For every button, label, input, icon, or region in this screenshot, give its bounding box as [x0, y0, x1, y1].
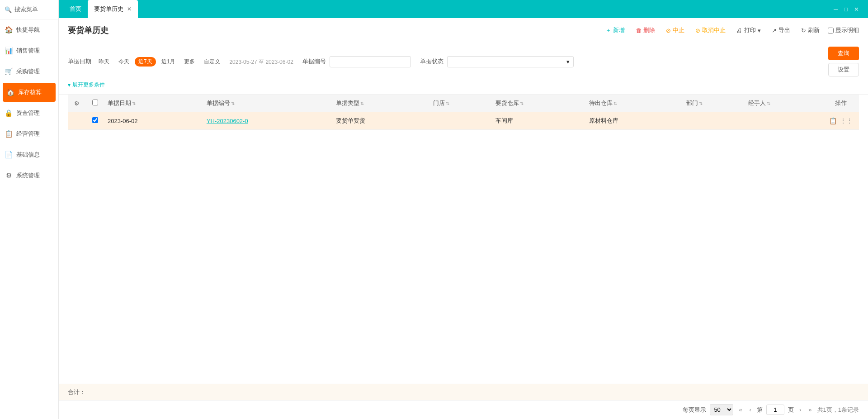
basic-info-icon: 📄	[5, 151, 13, 159]
expand-icon: ▾	[68, 82, 71, 88]
cancel-stop-icon: ⊘	[695, 27, 700, 34]
sort-department-icon[interactable]: ⇅	[699, 101, 703, 106]
main-area: 首页 要货单历史 ✕ ─ □ ✕ 要货单历史 ＋ 新增 🗑 删除	[59, 0, 868, 419]
sort-order-type-icon[interactable]: ⇅	[360, 101, 364, 106]
sort-order-no-icon[interactable]: ⇅	[231, 101, 235, 106]
cell-handler	[745, 112, 823, 130]
th-store: 门店⇅	[429, 95, 492, 112]
print-label: 打印	[744, 26, 756, 34]
sidebar-item-basic-info[interactable]: 📄 基础信息	[0, 144, 58, 165]
sidebar-item-purchase[interactable]: 🛒 采购管理	[0, 61, 58, 82]
sidebar-item-label: 系统管理	[16, 171, 40, 180]
sort-req-warehouse-icon[interactable]: ⇅	[520, 101, 524, 106]
sidebar-search[interactable]: 🔍 搜索菜单	[0, 0, 58, 19]
next-page-button[interactable]: ›	[797, 405, 803, 414]
date-pill-today[interactable]: 今天	[115, 57, 133, 67]
th-settings[interactable]: ⚙	[68, 95, 86, 112]
sort-store-icon[interactable]: ⇅	[446, 101, 449, 106]
cell-settings	[68, 112, 86, 130]
tab-requisition-history[interactable]: 要货单历史 ✕	[88, 0, 138, 18]
add-label: 新增	[613, 26, 625, 34]
export-label: 导出	[778, 26, 790, 34]
refresh-icon: ↻	[801, 27, 806, 34]
toolbar: ＋ 新增 🗑 删除 ⊘ 中止 ⊘ 取消中止 🖨 打印	[603, 24, 859, 36]
cell-checkbox[interactable]	[86, 112, 104, 130]
stop-label: 中止	[673, 26, 684, 34]
system-icon: ⚙	[5, 171, 13, 180]
th-date: 单据日期⇅	[104, 95, 203, 112]
refresh-button[interactable]: ↻ 刷新	[798, 24, 822, 36]
cell-date: 2023-06-02	[104, 112, 203, 130]
sidebar-item-inventory[interactable]: 🏠 库存核算	[3, 83, 56, 102]
delete-button[interactable]: 🗑 删除	[633, 24, 658, 36]
date-pill-more[interactable]: 更多	[180, 57, 198, 67]
sidebar-item-finance[interactable]: 🔒 资金管理	[0, 103, 58, 124]
date-pill-custom[interactable]: 自定义	[200, 57, 224, 67]
first-page-button[interactable]: «	[737, 405, 744, 414]
page-size-label: 每页显示	[683, 406, 706, 414]
date-pills: 昨天 今天 近7天 近1月 更多 自定义	[95, 57, 224, 67]
filter-row-1: 单据日期 昨天 今天 近7天 近1月 更多 自定义 2023-05-27 至 2…	[68, 47, 859, 76]
display-detail-checkbox[interactable]	[828, 28, 834, 33]
query-button[interactable]: 查询	[828, 47, 859, 60]
tab-requisition-history-label: 要货单历史	[94, 5, 123, 13]
filter-row-expand: ▾ 展开更多条件	[68, 81, 859, 89]
sort-pending-warehouse-icon[interactable]: ⇅	[613, 101, 617, 106]
order-no-filter-group: 单据编号	[302, 56, 411, 67]
topbar: 首页 要货单历史 ✕ ─ □ ✕	[59, 0, 868, 18]
cell-req-warehouse: 车间库	[492, 112, 585, 130]
print-button[interactable]: 🖨 打印 ▾	[734, 24, 764, 36]
cancel-stop-button[interactable]: ⊘ 取消中止	[693, 24, 728, 36]
row-checkbox[interactable]	[92, 117, 98, 123]
tab-home-label: 首页	[70, 5, 81, 13]
expand-more-btn[interactable]: ▾ 展开更多条件	[68, 81, 105, 89]
select-all-checkbox[interactable]	[92, 100, 98, 105]
page-number-input[interactable]	[766, 405, 784, 415]
row-more-icon[interactable]: ⋮⋮	[840, 117, 853, 124]
last-page-button[interactable]: »	[807, 405, 813, 414]
chart-icon: 📊	[5, 47, 13, 55]
export-button[interactable]: ↗ 导出	[769, 24, 793, 36]
prev-page-button[interactable]: ‹	[748, 405, 753, 414]
order-no-input[interactable]	[330, 56, 411, 67]
sort-date-icon[interactable]: ⇅	[132, 101, 136, 106]
sort-handler-icon[interactable]: ⇅	[767, 101, 770, 106]
page-size-select[interactable]: 10 20 50 100	[710, 404, 733, 415]
minimize-button[interactable]: ─	[834, 6, 838, 13]
stop-button[interactable]: ⊘ 中止	[663, 24, 687, 36]
add-button[interactable]: ＋ 新增	[603, 24, 627, 36]
display-detail-toggle[interactable]: 显示明细	[828, 26, 859, 34]
sidebar-item-quick-nav[interactable]: 🏠 快捷导航	[0, 19, 58, 40]
filter-action-btns: 查询 设置	[828, 47, 859, 76]
sidebar-item-sales[interactable]: 📊 销售管理	[0, 40, 58, 61]
export-icon: ↗	[772, 27, 777, 34]
order-no-link[interactable]: YH-20230602-0	[207, 118, 248, 124]
date-pill-last7days[interactable]: 近7天	[135, 57, 156, 67]
stop-icon: ⊘	[666, 27, 671, 34]
page-content: 要货单历史 ＋ 新增 🗑 删除 ⊘ 中止 ⊘ 取消中止	[59, 18, 868, 419]
tab-home[interactable]: 首页	[63, 0, 88, 18]
status-filter-group: 单据状态 ▾	[420, 56, 574, 67]
sidebar-item-system[interactable]: ⚙ 系统管理	[0, 165, 58, 186]
inventory-icon: 🏠	[6, 88, 14, 96]
date-filter-group: 单据日期 昨天 今天 近7天 近1月 更多 自定义 2023-05-27 至 2…	[68, 57, 293, 67]
sidebar-item-label: 经营管理	[16, 130, 40, 138]
page-header: 要货单历史 ＋ 新增 🗑 删除 ⊘ 中止 ⊘ 取消中止	[59, 18, 868, 41]
th-pending-warehouse: 待出仓库⇅	[585, 95, 683, 112]
settings-button[interactable]: 设置	[828, 63, 859, 76]
sidebar-item-operations[interactable]: 📋 经营管理	[0, 124, 58, 144]
date-range-display: 2023-05-27 至 2023-06-02	[229, 58, 293, 66]
row-view-icon[interactable]: 📋	[829, 117, 837, 124]
status-select[interactable]: ▾	[447, 56, 574, 67]
date-pill-last1month[interactable]: 近1月	[158, 57, 179, 67]
tab-close-icon[interactable]: ✕	[127, 6, 132, 12]
search-icon: 🔍	[5, 6, 12, 13]
sidebar-item-label: 快捷导航	[16, 26, 40, 34]
th-order-no: 单据编号⇅	[203, 95, 332, 112]
th-actions: 操作	[823, 95, 859, 112]
maximize-button[interactable]: □	[844, 6, 848, 13]
close-button[interactable]: ✕	[854, 6, 859, 13]
th-checkbox[interactable]	[86, 95, 104, 112]
date-pill-yesterday[interactable]: 昨天	[95, 57, 113, 67]
page-label-after: 页	[788, 406, 794, 414]
